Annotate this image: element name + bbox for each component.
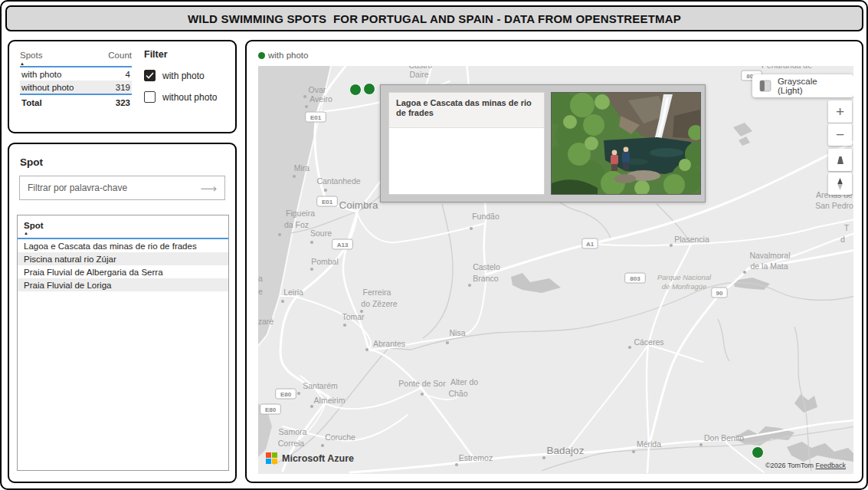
- feedback-link[interactable]: Feedback: [815, 462, 846, 469]
- svg-text:803: 803: [630, 275, 640, 282]
- list-item[interactable]: Piscina natural rio Zújar: [18, 252, 228, 265]
- map-label: Cantanhede: [316, 176, 360, 186]
- map-label: Cáceres: [634, 337, 663, 347]
- map-label: San Pedro: [815, 201, 853, 210]
- tooltip-card: Lagoa e Cascata das minas de rio de frad…: [388, 92, 545, 195]
- filter-slicer: Filter with photowithout photo: [144, 49, 228, 103]
- map-canvas[interactable]: OvarCastroDaireAveiroMiraCantanhedeFigue…: [258, 66, 853, 474]
- map-label: Almeirim: [314, 396, 346, 405]
- table-body: with photo4without photo319: [20, 67, 132, 95]
- filter-options: with photowithout photo: [144, 70, 228, 103]
- map-legend: with photo: [258, 51, 308, 60]
- spot-list-header[interactable]: Spot ▲: [18, 215, 228, 239]
- map-label: Plasencia: [674, 235, 709, 244]
- column-count[interactable]: Count: [108, 51, 132, 60]
- road-shield: 90: [712, 288, 727, 298]
- list-item[interactable]: Praia Fluvial de Loriga: [18, 278, 228, 291]
- filter-title: Filter: [144, 49, 228, 60]
- map-label: Correia: [278, 439, 305, 448]
- table-header[interactable]: Spots Count: [20, 51, 132, 67]
- map-label: Parque Nacional: [657, 273, 712, 281]
- total-label: Total: [21, 97, 42, 108]
- map-label: Nisa: [449, 328, 465, 337]
- total-value: 323: [116, 97, 130, 108]
- title-bar: WILD SWIMMING SPOTS FOR PORTUGAL AND SPA…: [5, 5, 863, 31]
- road-shield: E80: [260, 404, 281, 414]
- svg-text:E01: E01: [322, 199, 333, 206]
- road-shield: E01: [317, 196, 338, 206]
- map-label: Branco: [473, 274, 498, 283]
- map-label: Leiria: [283, 288, 303, 297]
- map-label: Mérida: [637, 439, 661, 449]
- svg-text:90: 90: [716, 290, 723, 297]
- svg-text:E80: E80: [280, 391, 292, 398]
- minus-icon: −: [836, 127, 844, 143]
- map-label: Samora: [279, 427, 307, 436]
- svg-text:A1: A1: [586, 241, 594, 248]
- zoom-out-button[interactable]: −: [828, 123, 852, 146]
- map-label: Ferreira: [363, 288, 391, 297]
- map-label: Coimbra: [339, 199, 378, 211]
- map-label: Daire: [409, 70, 428, 79]
- map-label: Badajoz: [547, 445, 585, 456]
- road-shield: A1: [582, 238, 598, 248]
- spot-list: Spot ▲ Lagoa e Cascata das minas de rio …: [17, 215, 229, 471]
- checkbox-checked-icon[interactable]: [144, 70, 156, 81]
- legend-dot-icon: [258, 52, 265, 59]
- map-label: zaré: [258, 317, 274, 326]
- map-label: T: [844, 223, 850, 232]
- svg-text:A13: A13: [337, 242, 349, 248]
- keyword-search-box[interactable]: ⟶: [19, 176, 225, 200]
- pitch-icon: [834, 156, 847, 165]
- map-label: Chão: [448, 389, 467, 398]
- list-item[interactable]: Lagoa e Cascata das minas de rio de frad…: [18, 239, 228, 252]
- map-label: da Foz: [284, 220, 309, 229]
- road-shield: E80: [276, 389, 296, 399]
- map-label: Tomar: [342, 312, 365, 321]
- tooltip-title: Lagoa e Cascata das minas de rio de frad…: [389, 93, 544, 128]
- table-row[interactable]: with photo4: [20, 67, 132, 81]
- column-spots[interactable]: Spots: [20, 51, 42, 60]
- azure-attribution: Microsoft Azure: [266, 452, 354, 464]
- page-title: WILD SWIMMING SPOTS FOR PORTUGAL AND SPA…: [188, 12, 681, 25]
- summary-panel: Spots Count ▲ with photo4without photo31…: [8, 40, 237, 133]
- map-style-label: Grayscale (Light): [778, 77, 844, 95]
- zoom-in-button[interactable]: +: [828, 100, 852, 123]
- list-item[interactable]: Praia Fluvial de Albergaria da Serra: [18, 265, 228, 278]
- compass-button[interactable]: [828, 173, 852, 195]
- checkbox-unchecked-icon[interactable]: [144, 91, 156, 103]
- dashboard: WILD SWIMMING SPOTS FOR PORTUGAL AND SPA…: [0, 0, 868, 490]
- spot-marker[interactable]: [364, 84, 375, 95]
- table-row[interactable]: without photo319: [20, 81, 132, 94]
- map-label: de Monfragüe: [662, 282, 707, 291]
- road-shield: E01: [306, 112, 326, 122]
- map-label: Ponte de Sor: [398, 379, 446, 388]
- spot-panel-title: Spot: [20, 156, 228, 168]
- map-label: Soure: [310, 229, 332, 238]
- map-label: Don Benito: [704, 433, 744, 442]
- plus-icon: +: [836, 104, 844, 120]
- map-label: de la Mata: [750, 261, 788, 271]
- search-input[interactable]: [20, 183, 200, 193]
- map-style-selector[interactable]: Grayscale (Light): [752, 74, 853, 97]
- map-style-icon: [759, 80, 771, 92]
- filter-option-with-photo[interactable]: with photo: [144, 70, 228, 81]
- table-total-row: Total 323: [20, 95, 132, 110]
- spot-list-body: Lagoa e Cascata das minas de rio de frad…: [18, 239, 228, 291]
- map-label: Abrantes: [373, 339, 405, 348]
- search-submit-arrow-icon[interactable]: ⟶: [200, 183, 217, 194]
- map-label: Navalmoral: [749, 251, 790, 260]
- road-shield: A13: [332, 239, 353, 249]
- map-label: a: [258, 274, 263, 283]
- spot-marker[interactable]: [350, 84, 362, 96]
- filter-option-without-photo[interactable]: without photo: [144, 91, 228, 103]
- spot-panel: Spot ⟶ Spot ▲ Lagoa e Cascata das minas …: [8, 143, 237, 483]
- pitch-button[interactable]: [828, 149, 852, 171]
- spot-marker[interactable]: [752, 447, 764, 459]
- spot-tooltip: Lagoa e Cascata das minas de rio de frad…: [380, 84, 706, 202]
- map-label: d: [840, 235, 845, 244]
- map-label: Coruche: [325, 432, 355, 442]
- map-label: Mira: [294, 163, 310, 173]
- map-label: Fundão: [472, 212, 500, 221]
- waterfall-photo: [552, 93, 700, 194]
